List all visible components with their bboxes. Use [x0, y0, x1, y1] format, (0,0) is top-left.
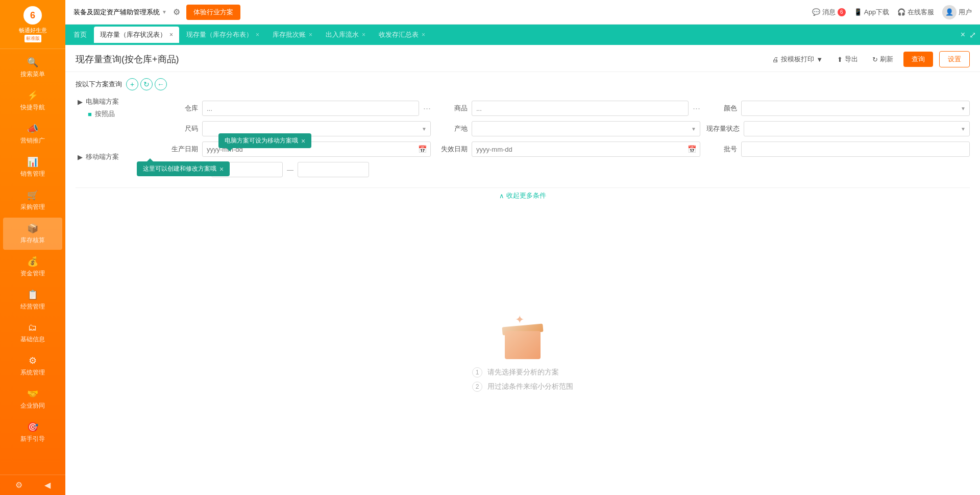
warehouse-dots[interactable]: ··· [423, 103, 431, 114]
filter-warehouse: 仓库 ··· [167, 101, 431, 116]
header-right: 💬 消息 6 📱 App下载 🎧 在线客服 👤 用户 [812, 5, 972, 19]
logo-badge: 标准版 [24, 35, 41, 42]
scheme-tooltip2: 这里可以创建和修改方案哦 × [137, 161, 230, 176]
sidebar-item-quick-nav[interactable]: ⚡ 快捷导航 [3, 85, 62, 117]
tooltip1-text: 电脑方案可设为移动方案哦 [225, 136, 298, 145]
sidebar-item-purchase[interactable]: 🛒 采购管理 [3, 184, 62, 217]
tooltip1-close[interactable]: × [301, 137, 305, 145]
print-chevron-icon: ▼ [816, 56, 823, 63]
collapse-chevron-up-icon: ∧ [499, 192, 504, 200]
tooltip2-close[interactable]: × [219, 165, 224, 173]
tab-close-icon[interactable]: × [169, 31, 173, 38]
tab-label: 库存批次账 [273, 30, 306, 39]
filter-color: 颜色 ▼ [706, 101, 970, 116]
sidebar-item-label: 营销推广 [20, 136, 45, 145]
expiry-date-input[interactable] [472, 142, 700, 157]
pc-scheme-expand-icon[interactable]: ▶ [78, 98, 83, 106]
industry-btn[interactable]: 体验行业方案 [186, 5, 240, 20]
tab-close-icon[interactable]: × [422, 31, 425, 38]
app-download-label: App下载 [864, 8, 889, 17]
sidebar-settings-icon[interactable]: ⚙ [15, 480, 22, 490]
tab-home[interactable]: 首页 [67, 30, 93, 39]
system-title-select[interactable]: 装备及固定资产辅助管理系统 ▼ [74, 8, 167, 17]
filter-refresh-btn[interactable]: ↻ [140, 78, 153, 90]
sidebar-item-operations[interactable]: 📋 经营管理 [3, 284, 62, 316]
sidebar-item-enterprise[interactable]: 🤝 企业协同 [3, 383, 62, 415]
tab-close-icon[interactable]: × [256, 31, 259, 38]
warehouse-input[interactable] [202, 101, 419, 116]
mobile-scheme-expand-icon[interactable]: ▶ [78, 153, 83, 161]
refresh-btn[interactable]: ↻ 刷新 [868, 53, 897, 66]
production-date-label: 生产日期 [167, 145, 198, 154]
scheme-tooltip1: 电脑方案可设为移动方案哦 × [218, 133, 311, 148]
filter-origin: 产地 ▼ [437, 121, 700, 136]
search-btn[interactable]: 查询 [903, 52, 933, 67]
online-support-action[interactable]: 🎧 在线客服 [897, 8, 934, 17]
step-num-1: 1 [472, 367, 482, 378]
purchase-icon: 🛒 [27, 190, 38, 201]
box-star-icon: ✦ [515, 313, 524, 326]
tab-label: 现存量（库存分布表） [186, 30, 253, 39]
tab-maximize-icon[interactable]: ⤢ [969, 30, 976, 40]
messages-action[interactable]: 💬 消息 6 [812, 8, 846, 17]
enterprise-icon: 🤝 [27, 388, 38, 399]
settings-btn[interactable]: 设置 [939, 51, 970, 67]
tab-collect-summary[interactable]: 收发存汇总表 × [373, 27, 431, 43]
color-label: 颜色 [706, 104, 737, 113]
tab-inventory-dist[interactable]: 现存量（库存分布表） × [180, 27, 265, 43]
sidebar-item-marketing[interactable]: 📣 营销推广 [3, 118, 62, 150]
user-action[interactable]: 👤 用户 [942, 5, 972, 19]
tab-close-all-icon[interactable]: × [961, 30, 965, 39]
empty-box-illustration: ✦ [497, 313, 548, 359]
export-btn[interactable]: ⬆ 导出 [833, 53, 862, 66]
message-icon: 💬 [812, 8, 820, 16]
color-select[interactable] [741, 101, 970, 116]
tab-inout-flow[interactable]: 出入库流水 × [320, 27, 372, 43]
batch-input[interactable] [741, 142, 970, 157]
production-date-calendar-icon[interactable]: 📅 [418, 145, 427, 153]
refresh-icon: ↻ [872, 56, 878, 63]
finance-icon: 💰 [27, 256, 38, 267]
sidebar-collapse-icon[interactable]: ◀ [44, 480, 51, 490]
goods-input[interactable] [472, 101, 689, 116]
tab-label: 现存量（库存状况表） [100, 30, 166, 39]
stock-status-select[interactable] [744, 121, 970, 136]
expiry-date-label: 失效日期 [437, 145, 468, 154]
sidebar-item-finance[interactable]: 💰 资金管理 [3, 251, 62, 283]
header-settings-icon[interactable]: ⚙ [173, 7, 180, 17]
sidebar-item-system[interactable]: ⚙ 系统管理 [3, 350, 62, 382]
pc-scheme-label[interactable]: 电脑端方案 [86, 97, 119, 106]
export-icon: ⬆ [837, 56, 843, 63]
tab-close-icon[interactable]: × [309, 31, 312, 38]
page-header: 现存量查询(按仓库+商品) 🖨 按模板打印 ▼ ⬆ 导出 ↻ 刷新 查询 设置 [65, 45, 980, 72]
app-download-action[interactable]: 📱 App下载 [854, 8, 889, 17]
tab-inventory-status[interactable]: 现存量（库存状况表） × [94, 27, 179, 43]
tab-batch-account[interactable]: 库存批次账 × [266, 27, 318, 43]
expiry-date-wrapper: 📅 [472, 142, 700, 157]
tab-close-icon[interactable]: × [362, 31, 365, 38]
origin-select[interactable] [472, 121, 700, 136]
color-select-wrapper: ▼ [741, 101, 970, 116]
origin-select-wrapper: ▼ [472, 121, 700, 136]
mobile-scheme-label[interactable]: 移动端方案 [86, 152, 119, 161]
goods-dots[interactable]: ··· [693, 103, 700, 114]
sidebar-item-guide[interactable]: 🎯 新手引导 [3, 416, 62, 449]
sidebar-item-basic[interactable]: 🗂 基础信息 [3, 317, 62, 349]
step-num-2: 2 [472, 382, 482, 392]
sidebar-item-inventory[interactable]: 📦 库存核算 [3, 218, 62, 250]
print-template-btn[interactable]: 🖨 按模板打印 ▼ [768, 53, 827, 66]
filter-add-btn[interactable]: + [126, 78, 138, 90]
goods-label: 商品 [437, 104, 468, 113]
sidebar-item-label: 搜索菜单 [20, 70, 45, 79]
expiry-date-calendar-icon[interactable]: 📅 [688, 145, 696, 153]
sidebar-item-sales[interactable]: 📊 销售管理 [3, 151, 62, 183]
header-left: 装备及固定资产辅助管理系统 ▼ ⚙ 体验行业方案 [74, 5, 240, 20]
filter-arrow-btn[interactable]: ← [155, 78, 167, 90]
stock-main-max-input[interactable] [298, 162, 369, 177]
collapse-bar[interactable]: ∧ 收起更多条件 [76, 187, 970, 203]
sidebar-item-label: 资金管理 [20, 269, 45, 278]
sidebar-item-search[interactable]: 🔍 搜索菜单 [3, 52, 62, 84]
top-header: 装备及固定资产辅助管理系统 ▼ ⚙ 体验行业方案 💬 消息 6 📱 App下载 … [65, 0, 980, 25]
page-title: 现存量查询(按仓库+商品) [76, 53, 179, 65]
child-bullet: ■ [88, 110, 92, 118]
